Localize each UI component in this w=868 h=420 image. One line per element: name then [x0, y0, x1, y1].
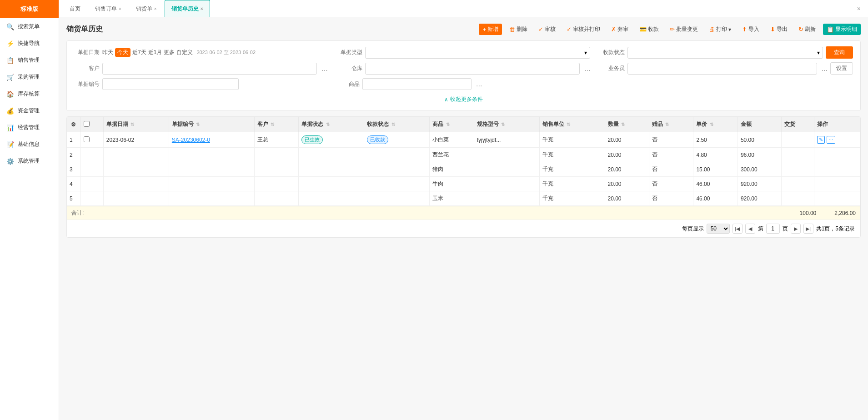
- goods-dots[interactable]: ...: [476, 80, 482, 88]
- staff-input[interactable]: [627, 63, 817, 75]
- show-detail-button[interactable]: 📋 显示明细: [823, 24, 861, 35]
- col-goods-label: 商品: [432, 121, 443, 127]
- col-qty[interactable]: 数量 ⇅: [605, 117, 649, 132]
- date-more[interactable]: 更多: [164, 49, 175, 56]
- sidebar-item-operations[interactable]: 📊 经营管理: [0, 119, 59, 136]
- date-today[interactable]: 今天: [115, 48, 130, 57]
- col-unit[interactable]: 销售单位 ⇅: [539, 117, 605, 132]
- table-header-row: ⚙ 单据日期 ⇅ 单据编号 ⇅ 客户 ⇅: [67, 117, 860, 132]
- abandon-label: 弃审: [617, 25, 628, 33]
- col-unit-sort-icon: ⇅: [567, 122, 570, 127]
- col-date-label: 单据日期: [106, 121, 128, 127]
- date-custom[interactable]: 自定义: [176, 49, 193, 56]
- sidebar-item-finance[interactable]: 💰 资金管理: [0, 102, 59, 119]
- search-menu-icon: 🔍: [6, 23, 14, 30]
- row1-edit-btn[interactable]: ✎: [817, 136, 825, 144]
- tab-sales-goods-close[interactable]: ×: [154, 6, 157, 11]
- col-no[interactable]: 单据编号 ⇅: [169, 117, 254, 132]
- date-7days[interactable]: 近7天: [132, 49, 146, 56]
- prev-page-btn[interactable]: ◀: [745, 224, 755, 234]
- date-yesterday[interactable]: 昨天: [102, 49, 113, 56]
- row1-checkbox[interactable]: [80, 132, 103, 148]
- set-button[interactable]: 设置: [830, 62, 853, 75]
- col-date[interactable]: 单据日期 ⇅: [103, 117, 169, 132]
- tab-sales-order[interactable]: 销售订单 ×: [88, 0, 128, 17]
- refresh-button[interactable]: ↻ 刷新: [795, 24, 819, 35]
- last-page-btn[interactable]: ▶|: [803, 224, 813, 234]
- review-button[interactable]: ✓ 审核: [535, 24, 559, 35]
- abandon-button[interactable]: ✗ 弃审: [607, 24, 632, 35]
- row1-collect-status: 已收款: [364, 132, 430, 148]
- print-icon: 🖨: [709, 26, 715, 33]
- doc-type-select[interactable]: ▾: [365, 47, 591, 59]
- first-page-btn[interactable]: |◀: [733, 224, 743, 234]
- row1-delivery: [782, 132, 814, 148]
- tab-sales-history-close[interactable]: ×: [201, 6, 203, 11]
- page-number-input[interactable]: [766, 224, 780, 234]
- sidebar-item-quick-nav[interactable]: ⚡ 快捷导航: [0, 35, 59, 52]
- col-doc-status-label: 单据状态: [301, 121, 323, 127]
- import-button[interactable]: ⬆ 导入: [738, 24, 763, 35]
- sidebar-item-search-menu[interactable]: 🔍 搜索菜单: [0, 18, 59, 35]
- sidebar-item-sales-mgmt[interactable]: 📋 销售管理: [0, 52, 59, 69]
- tab-home[interactable]: 首页: [63, 0, 87, 17]
- select-all-checkbox[interactable]: [84, 121, 90, 127]
- row3-index: 3: [67, 162, 80, 177]
- row4-index: 4: [67, 177, 80, 191]
- row1-no[interactable]: SA-20230602-0: [169, 132, 254, 148]
- delete-button[interactable]: 🗑 删除: [506, 24, 531, 35]
- collect-button[interactable]: 💳 收款: [636, 24, 662, 35]
- col-spec[interactable]: 规格型号 ⇅: [474, 117, 539, 132]
- doc-type-dropdown-icon: ▾: [584, 50, 587, 56]
- sidebar-item-basic-info[interactable]: 📝 基础信息: [0, 136, 59, 153]
- export-button[interactable]: ⬇ 导出: [767, 24, 791, 35]
- col-checkbox[interactable]: [80, 117, 103, 132]
- col-goods[interactable]: 商品 ⇅: [430, 117, 474, 132]
- sidebar-item-label: 经营管理: [18, 124, 40, 131]
- refresh-icon: ↻: [798, 26, 803, 33]
- sidebar-item-system-mgmt[interactable]: ⚙️ 系统管理: [0, 153, 59, 170]
- page-title: 销货单历史: [66, 25, 103, 34]
- print-button[interactable]: 🖨 打印 ▾: [705, 24, 735, 35]
- col-gear[interactable]: ⚙: [67, 117, 80, 132]
- customer-label: 客户: [74, 65, 100, 72]
- warehouse-input[interactable]: [365, 63, 580, 75]
- tab-sales-order-close[interactable]: ×: [119, 6, 121, 11]
- tab-sales-history[interactable]: 销货单历史 ×: [165, 0, 210, 17]
- col-gift[interactable]: 赠品 ⇅: [649, 117, 693, 132]
- col-collect-status[interactable]: 收款状态 ⇅: [364, 117, 430, 132]
- sidebar-item-purchase-mgmt[interactable]: 🛒 采购管理: [0, 69, 59, 85]
- row1-more-btn[interactable]: ⋯: [827, 136, 835, 144]
- date-1month[interactable]: 近1月: [148, 49, 162, 56]
- customer-input[interactable]: [102, 63, 317, 75]
- tab-sales-goods[interactable]: 销货单 ×: [129, 0, 164, 17]
- per-page-select[interactable]: 50 100 200: [707, 224, 730, 234]
- goods-input[interactable]: [362, 78, 472, 90]
- collapse-button[interactable]: ∧ 收起更多条件: [444, 94, 483, 105]
- staff-dots[interactable]: ...: [822, 65, 828, 73]
- collect-status-select[interactable]: ▾: [627, 47, 823, 59]
- row3-unit: 千克: [539, 162, 605, 177]
- close-all-tabs-button[interactable]: ×: [853, 5, 864, 12]
- sidebar-item-inventory[interactable]: 🏠 库存核算: [0, 85, 59, 102]
- col-customer-sort-icon: ⇅: [271, 122, 274, 127]
- row1-qty: 20.00: [605, 132, 649, 148]
- review-print-button[interactable]: ✓ 审核并打印: [563, 24, 604, 35]
- table-body: 1 2023-06-02 SA-20230602-0 王总 已生效 已收款 小白…: [67, 132, 860, 206]
- query-button[interactable]: 查询: [826, 46, 853, 59]
- customer-dots[interactable]: ...: [321, 65, 327, 73]
- warehouse-dots[interactable]: ...: [584, 65, 590, 73]
- col-doc-status[interactable]: 单据状态 ⇅: [299, 117, 364, 132]
- page-label: 第: [758, 225, 763, 233]
- sidebar-item-label: 系统管理: [18, 157, 40, 165]
- new-button[interactable]: + 新增: [479, 24, 502, 35]
- batch-change-button[interactable]: ✏ 批量变更: [666, 24, 702, 35]
- doc-no-input[interactable]: [102, 78, 239, 90]
- row5-goods: 玉米: [430, 191, 474, 206]
- col-customer[interactable]: 客户 ⇅: [254, 117, 298, 132]
- col-price[interactable]: 单价 ⇅: [693, 117, 738, 132]
- col-gift-sort-icon: ⇅: [665, 122, 669, 127]
- doc-type-label: 单据类型: [337, 49, 362, 56]
- abandon-icon: ✗: [611, 26, 616, 33]
- next-page-btn[interactable]: ▶: [791, 224, 801, 234]
